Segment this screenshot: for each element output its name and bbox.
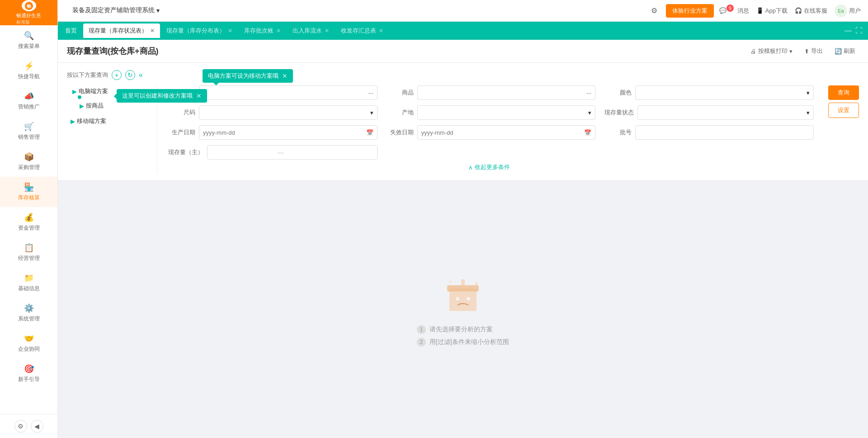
svg-rect-3 [447,285,479,292]
app-download-action[interactable]: 📱 App下载 [756,7,788,15]
sidebar-item-sales[interactable]: 🛒 销售管理 [0,116,57,146]
tab-close-icon-5[interactable]: ✕ [379,28,383,34]
user-action[interactable]: Ea 用户 [835,5,861,17]
print-dropdown-icon: ▾ [789,48,793,55]
filter-section: 按以下方案查询 + ↻ « 电脑方案可设为移动方案哦 ✕ [58,63,868,181]
query-btn[interactable]: 查询 [828,85,859,100]
system-name-dropdown[interactable]: 装备及固定资产辅助管理系统 ▾ [72,6,160,14]
tooltip2-text: 这里可以创建和修改方案哦 [122,92,193,100]
collapse-btn[interactable]: ∧ 收起更多条件 [468,163,510,171]
refresh-btn[interactable]: 🔄 刷新 [831,45,859,57]
user-label: 用户 [849,7,861,15]
stock-qty-range[interactable]: — [207,145,377,160]
expire-calendar-icon[interactable]: 📅 [584,129,591,136]
origin-select[interactable]: ▾ [417,105,596,120]
tab-in-out-flow[interactable]: 出入库流水 ✕ [287,24,335,38]
tab-inventory-dist-label: 现存量（库存分布表） [166,27,225,35]
produce-date-input[interactable] [203,129,364,136]
tab-close-icon-2[interactable]: ✕ [228,28,232,34]
expire-date-input[interactable] [421,129,583,136]
sidebar-item-guide[interactable]: 🎯 新手引导 [0,358,57,389]
produce-date-input-wrap[interactable]: 📅 [199,125,377,140]
tooltip-scheme-info: 电脑方案可设为移动方案哦 ✕ [203,69,293,83]
filter-add-btn[interactable]: + [112,70,122,80]
export-btn[interactable]: ⬆ 导出 [801,45,826,57]
sidebar-bottom: ⚙ ◀ [0,414,57,438]
sidebar-item-marketing[interactable]: 📣 营销推广 [0,86,57,116]
operations-icon: 📋 [24,243,34,253]
sidebar-item-search[interactable]: 🔍 搜索菜单 [0,25,57,56]
sidebar-item-inventory[interactable]: 🏪 库存核算 [0,177,57,207]
collapse-sidebar-btn[interactable]: ◀ [31,420,43,433]
message-action[interactable]: 💬 9 消息 [719,7,749,15]
settings-bottom-btn[interactable]: ⚙ [14,420,27,433]
svg-point-5 [467,297,470,301]
tab-minimize-icon[interactable]: — [844,27,852,35]
empty-tip2-text: 用[过滤]条件来缩小分析范围 [429,338,509,346]
scheme-sub-goods[interactable]: ▶ 按商品 [80,100,107,112]
app-download-label: App下载 [765,7,788,15]
filter-grid: 仓库 ··· 商品 ··· [168,85,814,160]
set-btn[interactable]: 设置 [828,103,859,118]
tab-close-icon[interactable]: ✕ [150,28,155,34]
tab-maximize-icon[interactable]: ⛶ [855,27,863,35]
tab-receive-summary[interactable]: 收发存汇总表 ✕ [335,24,389,38]
industry-btn[interactable]: 体验行业方案 [666,4,714,18]
purchase-icon: 📦 [24,152,34,162]
tab-home[interactable]: 首页 [60,24,82,38]
sidebar-item-basics[interactable]: 📁 基础信息 [0,268,57,298]
empty-illustration [440,273,486,318]
svg-point-8 [449,281,451,283]
goods-dots: ··· [586,89,591,96]
settings-gear-icon[interactable]: ⚙ [648,5,660,17]
expire-date-input-wrap[interactable]: 📅 [417,125,596,140]
scheme-mobile-label: 移动端方案 [77,117,148,125]
sidebar-item-purchase[interactable]: 📦 采购管理 [0,146,57,177]
color-select[interactable]: ▾ [635,85,814,100]
page-title: 现存量查询(按仓库+商品) [67,46,159,57]
tab-close-icon-4[interactable]: ✕ [325,28,329,34]
message-badge: 9 [726,5,734,12]
sidebar-item-system[interactable]: ⚙️ 系统管理 [0,298,57,328]
origin-label: 产地 [387,108,414,117]
stock-status-select[interactable]: ▾ [637,105,814,120]
batch-no-input[interactable] [635,125,814,140]
filter-refresh-btn[interactable]: ↻ [125,70,135,80]
svg-text:畅: 畅 [27,4,31,9]
warehouse-select[interactable]: ··· [199,85,377,100]
scheme-dot [78,95,81,99]
sidebar-item-quick-nav[interactable]: ⚡ 快捷导航 [0,56,57,86]
print-btn[interactable]: 🖨 按模板打印 ▾ [747,45,796,57]
sidebar-item-enterprise[interactable]: 🤝 企业协同 [0,328,57,358]
filter-right: 仓库 ··· 商品 ··· [165,85,859,173]
scheme-desktop-label: 电脑端方案 [79,87,108,95]
sidebar-item-operations[interactable]: 📋 经营管理 [0,237,57,268]
sidebar-item-finance[interactable]: 💰 资金管理 [0,207,57,237]
filter-back-btn[interactable]: « [139,71,143,79]
filter-scheme-list: ▶ 电脑端方案 ▶ 按商品 [67,85,157,173]
online-support-action[interactable]: 🎧 在线客服 [795,7,827,15]
support-icon: 🎧 [795,7,802,14]
export-label: 导出 [811,47,823,55]
scheme-mobile[interactable]: ▶ 移动端方案 [67,115,151,127]
tab-inventory-dist[interactable]: 现存量（库存分布表） ✕ [161,24,238,38]
guide-icon: 🎯 [24,364,34,374]
tooltip1-close-btn[interactable]: ✕ [282,72,288,80]
filter-row-expire-date: 失效日期 📅 [387,125,596,140]
tab-inventory-status[interactable]: 现存量（库存状况表） ✕ [83,24,160,38]
calendar-icon[interactable]: 📅 [366,129,373,136]
content-area: 现存量查询(按仓库+商品) 🖨 按模板打印 ▾ ⬆ 导出 🔄 刷新 [58,40,868,438]
stock-qty-min[interactable] [211,149,276,156]
scheme-desktop[interactable]: ▶ 电脑端方案 [69,85,112,97]
filter-label: 按以下方案查询 [67,71,108,79]
filter-row-size: 尺码 ▾ [168,105,377,120]
tab-batch-account[interactable]: 库存批次账 ✕ [239,24,286,38]
tab-close-icon-3[interactable]: ✕ [276,28,281,34]
search-btn-wrap: 查询 设置 [828,85,859,118]
size-select[interactable]: ▾ [199,105,377,120]
sidebar-nav: 🔍 搜索菜单 ⚡ 快捷导航 📣 营销推广 🛒 销售管理 📦 采购管理 🏪 库存核… [0,25,57,414]
goods-select[interactable]: ··· [417,85,596,100]
empty-tips: 1 请先选择要分析的方案 2 用[过滤]条件来缩小分析范围 [417,325,509,347]
stock-qty-max[interactable] [285,149,350,156]
tooltip2-close-btn[interactable]: ✕ [196,92,202,99]
